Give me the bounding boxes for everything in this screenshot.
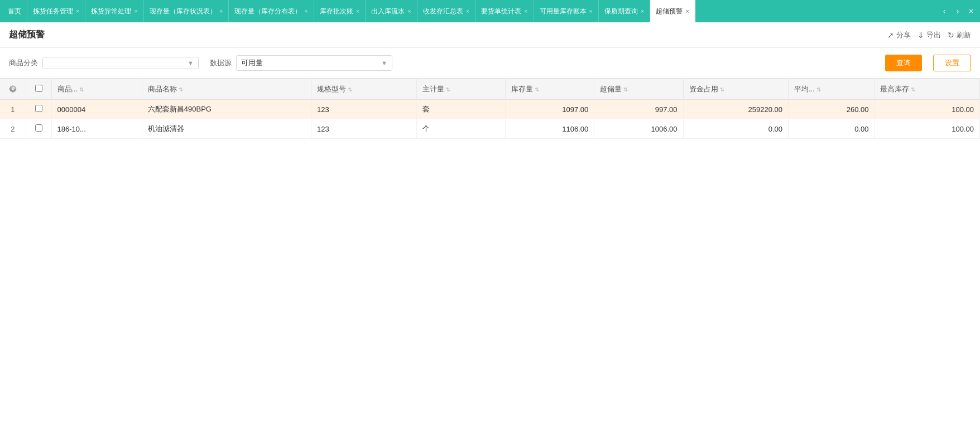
category-select-arrow: ▼ <box>188 60 194 66</box>
refresh-icon: ↻ <box>948 31 954 40</box>
nav-arrow-more-button[interactable]: × <box>964 0 978 22</box>
nav-tab-pick-exception[interactable]: 拣货异常处理 × <box>85 0 143 22</box>
sort-icon: ⇅ <box>348 86 352 93</box>
stock-header: 库存量 ⇅ <box>505 79 594 100</box>
close-order-stats-icon[interactable]: × <box>524 8 527 14</box>
nav-tab-recv-send[interactable]: 收发存汇总表 × <box>417 0 475 22</box>
max-stock-header: 最高库存 ⇅ <box>875 79 980 100</box>
nav-tab-available-stock[interactable]: 可用量库存账本 × <box>534 0 599 22</box>
close-stock-status-icon[interactable]: × <box>219 8 223 14</box>
product-name-cell: 机油滤清器 <box>142 119 311 139</box>
checkbox-column-header <box>26 79 51 100</box>
gear-icon[interactable] <box>8 85 17 94</box>
table-container: 商品... ⇅ 商品名称 ⇅ 规格型号 ⇅ <box>0 79 980 139</box>
nav-tab-inout-flow[interactable]: 出入库流水 × <box>366 0 417 22</box>
sort-icon: ⇅ <box>179 86 183 93</box>
page-header: 超储预警 ➚ 分享 ⇓ 导出 ↻ 刷新 <box>0 22 980 48</box>
nav-tab-shelf-life[interactable]: 保质期查询 × <box>599 0 650 22</box>
unit-cell: 套 <box>416 100 505 119</box>
datasource-select-arrow: ▼ <box>381 60 387 66</box>
filter-area: 商品分类 ▼ 数据源 可用量 ▼ 查询 设置 <box>0 48 980 79</box>
product-code-cell: 0000004 <box>51 100 142 119</box>
settings-column-header <box>0 79 26 100</box>
page-title: 超储预警 <box>9 29 45 41</box>
row-checkbox[interactable] <box>35 124 42 132</box>
table-header-row: 商品... ⇅ 商品名称 ⇅ 规格型号 ⇅ <box>0 79 980 100</box>
sort-icon: ⇅ <box>720 86 724 93</box>
avg-cell: 0.00 <box>788 119 874 139</box>
table-row: 1 0000004 六配套新昌490BPG 123 套 1097.00 997.… <box>0 100 980 119</box>
header-actions: ➚ 分享 ⇓ 导出 ↻ 刷新 <box>887 30 971 40</box>
share-icon: ➚ <box>887 31 894 40</box>
spec-sort[interactable]: 规格型号 ⇅ <box>317 84 352 94</box>
datasource-label: 数据源 <box>210 58 232 68</box>
overstock-cell: 997.00 <box>594 100 683 119</box>
max-stock-cell: 100.00 <box>875 100 980 119</box>
close-available-stock-icon[interactable]: × <box>589 8 593 14</box>
category-label: 商品分类 <box>9 58 38 68</box>
top-navigation: 首页 拣货任务管理 × 拣货异常处理 × 现存量（库存状况表） × 现存量（库存… <box>0 0 980 22</box>
close-recv-send-icon[interactable]: × <box>466 8 469 14</box>
overstock-sort[interactable]: 超储量 ⇅ <box>600 84 628 94</box>
table-body: 1 0000004 六配套新昌490BPG 123 套 1097.00 997.… <box>0 100 980 139</box>
avg-header: 平均... ⇅ <box>788 79 874 100</box>
sort-icon: ⇅ <box>535 86 539 93</box>
close-inout-flow-icon[interactable]: × <box>407 8 411 14</box>
nav-arrow-right-button[interactable]: › <box>951 0 964 22</box>
row-checkbox-cell <box>26 119 51 139</box>
close-pick-task-icon[interactable]: × <box>76 8 79 14</box>
close-stock-dist-icon[interactable]: × <box>304 8 308 14</box>
close-stock-batch-icon[interactable]: × <box>356 8 359 14</box>
product-code-cell: 186-10... <box>51 119 142 139</box>
product-name-header: 商品名称 ⇅ <box>142 79 311 100</box>
stock-sort[interactable]: 库存量 ⇅ <box>511 84 539 94</box>
sort-icon: ⇅ <box>79 86 84 93</box>
capital-sort[interactable]: 资金占用 ⇅ <box>689 84 724 94</box>
row-checkbox[interactable] <box>35 105 42 112</box>
nav-tab-home[interactable]: 首页 <box>2 0 27 22</box>
nav-tab-overstock[interactable]: 超储预警 × <box>650 0 695 22</box>
datasource-select-value: 可用量 <box>241 58 263 68</box>
product-name-sort[interactable]: 商品名称 ⇅ <box>148 84 183 94</box>
close-pick-exception-icon[interactable]: × <box>134 8 137 14</box>
nav-tab-order-stats[interactable]: 要货单统计表 × <box>475 0 534 22</box>
product-code-header: 商品... ⇅ <box>51 79 142 100</box>
close-overstock-icon[interactable]: × <box>685 8 689 14</box>
sort-icon: ⇅ <box>816 86 821 93</box>
share-button[interactable]: ➚ 分享 <box>887 30 911 40</box>
overstock-table: 商品... ⇅ 商品名称 ⇅ 规格型号 ⇅ <box>0 79 980 139</box>
capital-cell: 0.00 <box>683 119 788 139</box>
query-button[interactable]: 查询 <box>885 55 922 71</box>
category-filter: 商品分类 ▼ <box>9 57 199 69</box>
spec-header: 规格型号 ⇅ <box>311 79 416 100</box>
export-icon: ⇓ <box>917 31 924 40</box>
unit-header: 主计量 ⇅ <box>416 79 505 100</box>
product-code-sort[interactable]: 商品... ⇅ <box>57 84 84 94</box>
overstock-cell: 1006.00 <box>594 119 683 139</box>
category-select[interactable]: ▼ <box>42 57 199 69</box>
nav-arrow-left-button[interactable]: ‹ <box>938 0 951 22</box>
spec-cell: 123 <box>311 100 416 119</box>
spec-cell: 123 <box>311 119 416 139</box>
nav-tab-stock-status[interactable]: 现存量（库存状况表） × <box>144 0 229 22</box>
export-button[interactable]: ⇓ 导出 <box>917 30 941 40</box>
nav-tab-stock-dist[interactable]: 现存量（库存分布表） × <box>229 0 314 22</box>
unit-sort[interactable]: 主计量 ⇅ <box>422 84 450 94</box>
nav-arrows: ‹ › × <box>938 0 978 22</box>
datasource-select[interactable]: 可用量 ▼ <box>236 55 392 71</box>
max-stock-sort[interactable]: 最高库存 ⇅ <box>880 84 915 94</box>
settings-button[interactable]: 设置 <box>933 55 971 71</box>
avg-cell: 260.00 <box>788 100 874 119</box>
product-name-cell: 六配套新昌490BPG <box>142 100 311 119</box>
stock-cell: 1097.00 <box>505 100 594 119</box>
select-all-checkbox[interactable] <box>35 85 42 92</box>
sort-icon: ⇅ <box>623 86 628 93</box>
nav-tab-stock-batch[interactable]: 库存批次账 × <box>314 0 366 22</box>
refresh-button[interactable]: ↻ 刷新 <box>948 30 971 40</box>
page-content: 超储预警 ➚ 分享 ⇓ 导出 ↻ 刷新 商品分类 ▼ 数据源 <box>0 22 980 446</box>
table-row: 2 186-10... 机油滤清器 123 个 1106.00 1006.00 … <box>0 119 980 139</box>
avg-sort[interactable]: 平均... ⇅ <box>794 84 821 94</box>
datasource-filter: 数据源 可用量 ▼ <box>210 55 392 71</box>
close-shelf-life-icon[interactable]: × <box>641 8 644 14</box>
nav-tab-pick-task[interactable]: 拣货任务管理 × <box>27 0 85 22</box>
